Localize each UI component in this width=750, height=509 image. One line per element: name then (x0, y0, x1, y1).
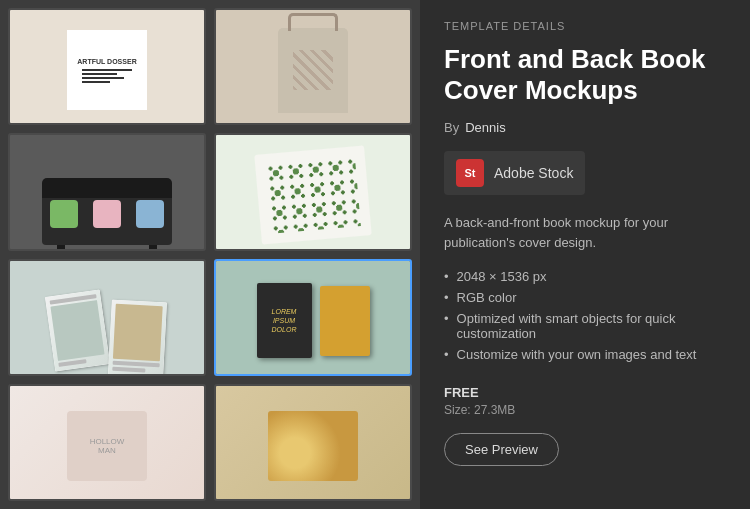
template-card-book[interactable]: LOREMIPSUMDOLOR Front and Back Book... F… (214, 259, 412, 376)
price-label: FREE (444, 385, 726, 400)
bauhaus-preview: ARTFUL DOSSER (10, 10, 204, 125)
template-description: A back-and-front book mockup for your pu… (444, 213, 726, 252)
blanket-preview (216, 135, 410, 250)
couch-preview (10, 135, 204, 250)
detail-panel: TEMPLATE DETAILS Front and Back Book Cov… (420, 0, 750, 509)
template-card-bottom-left[interactable]: HOLLOWMAN (8, 384, 206, 501)
template-card-blanket[interactable]: Customizable Blanke... FREE (214, 133, 412, 250)
author-by-label: By (444, 120, 459, 135)
price-section: FREE Size: 27.3MB (444, 385, 726, 417)
template-card-tote[interactable]: Canvas Tote Bag Mo... FREE (214, 8, 412, 125)
see-preview-button[interactable]: See Preview (444, 433, 559, 466)
feature-dimensions: 2048 × 1536 px (444, 266, 726, 287)
author-name: Dennis (465, 120, 505, 135)
author-row: By Dennis (444, 120, 726, 135)
features-list: 2048 × 1536 px RGB color Optimized with … (444, 266, 726, 365)
source-row: St Adobe Stock (444, 151, 585, 195)
feature-color: RGB color (444, 287, 726, 308)
adobe-stock-icon: St (456, 159, 484, 187)
template-card-bauhaus[interactable]: ARTFUL DOSSER Bauhaus Business Ca... FRE… (8, 8, 206, 125)
source-name: Adobe Stock (494, 165, 573, 181)
price-size: Size: 27.3MB (444, 403, 726, 417)
template-card-bottom-right[interactable] (214, 384, 412, 501)
book-preview: LOREMIPSUMDOLOR (216, 261, 410, 376)
template-grid[interactable]: ARTFUL DOSSER Bauhaus Business Ca... FRE… (0, 0, 420, 509)
feature-customize: Customize with your own images and text (444, 344, 726, 365)
magazine-preview (10, 261, 204, 376)
template-details-header: TEMPLATE DETAILS (444, 20, 726, 32)
template-card-magazine[interactable]: Floral Magazine Moc... FREE (8, 259, 206, 376)
tote-preview (216, 10, 410, 125)
template-title: Front and Back Book Cover Mockups (444, 44, 726, 106)
feature-smart-objects: Optimized with smart objects for quick c… (444, 308, 726, 344)
template-card-couch[interactable]: Couch and Pillows M... FREE (8, 133, 206, 250)
